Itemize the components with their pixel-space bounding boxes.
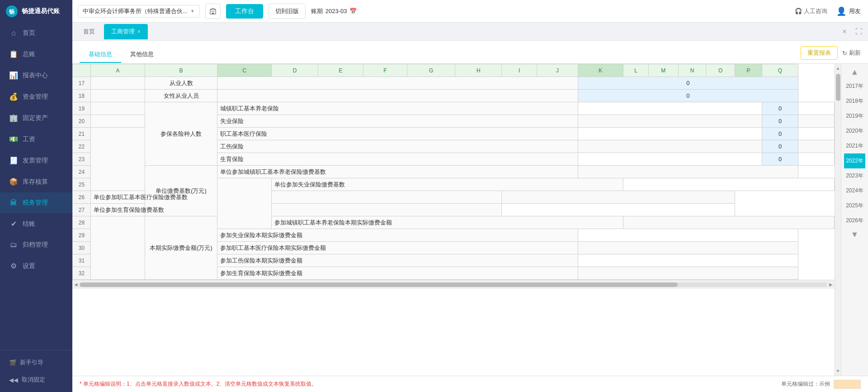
cell-c-30[interactable]: 参加职工基本医疗保险本期实际缴费金额 [217,242,578,254]
cell-a-18[interactable] [91,90,145,102]
cell-a-19[interactable] [91,102,145,115]
cell-q-23[interactable] [798,153,835,166]
year-item[interactable]: 2019年 [844,109,865,124]
cell-c-28[interactable]: 参加城镇职工基本养老保险本期实际缴费金额 [272,216,623,229]
spreadsheet-container[interactable]: A B C D E F G H I J K L M [72,64,835,376]
col-header-e[interactable]: E [318,64,363,77]
col-header-m[interactable]: M [649,64,679,77]
tab-home[interactable]: 首页 [76,24,102,39]
sidebar-item-inventory[interactable]: 📦 库存核算 [0,171,72,192]
cell-c-22[interactable]: 工伤保险 [217,140,578,153]
col-header-l[interactable]: L [623,64,648,77]
cell-b-19[interactable]: 参保各险种人数 [145,102,217,166]
cell-c-23[interactable]: 生育保险 [217,153,578,166]
cell-q-21[interactable] [798,128,835,140]
new-guide-item[interactable]: 🎬 新手引导 [0,354,72,371]
cell-c-26[interactable]: 单位参加职工基本医疗保险缴费基数 [91,191,502,204]
cell-b-17[interactable]: 从业人数 [145,77,217,90]
old-version-button[interactable]: 切到旧版 [269,4,306,19]
cell-rest-29[interactable] [578,229,798,242]
year-item[interactable]: 2017年 [844,79,865,94]
col-header-f[interactable]: F [363,64,407,77]
cell-c-27[interactable]: 单位参加生育保险缴费基数 [91,204,502,216]
col-header-p[interactable]: P [735,64,762,77]
sidebar-item-settings[interactable]: ⚙ 设置 [0,255,72,277]
col-header-j[interactable]: J [537,64,578,77]
unpin-item[interactable]: ◀◀ 取消固定 [0,371,72,388]
cell-q-20[interactable] [798,115,835,128]
cell-c-19[interactable]: 城镇职工基本养老保险 [217,102,578,115]
vertical-scrollbar[interactable]: ▲ ▼ [835,64,841,376]
col-header-d[interactable]: D [272,64,318,77]
company-selector[interactable]: 中审众环会计师事务所（特殊普通合伙... ▼ [78,5,200,18]
v-scroll-thumb[interactable] [836,74,840,101]
scroll-up-btn[interactable]: ▲ [835,64,841,73]
cell-p-19[interactable]: 0 [762,102,798,115]
cell-q-19[interactable] [798,102,835,115]
cell-c-25[interactable]: 单位参加失业保险缴费基数 [272,178,623,191]
cell-rest-24[interactable] [578,166,798,178]
cell-rest-27[interactable] [502,204,735,216]
col-header-h[interactable]: H [455,64,502,77]
cell-p-23[interactable]: 0 [762,153,798,166]
refresh-button[interactable]: ↻ 刷新 [842,49,861,57]
workbench-button[interactable]: 工作台 [226,4,263,19]
col-header-c[interactable]: C [217,64,272,77]
sidebar-item-archive[interactable]: 🗂 归档管理 [0,234,72,255]
year-item[interactable]: 2026年 [844,213,865,228]
year-scroll-down[interactable]: ▼ [849,228,861,241]
reset-report-button[interactable]: 重置报表 [801,46,838,60]
scroll-thumb[interactable] [80,282,678,287]
cell-a-17[interactable] [91,77,145,90]
cell-b-28[interactable]: 本期实际缴费金额(万元) [145,216,217,280]
col-header-g[interactable]: G [407,64,455,77]
cell-q-22[interactable] [798,140,835,153]
sidebar-item-close[interactable]: ✔ 结账 [0,213,72,234]
tab-close-button[interactable]: × [839,26,850,37]
sidebar-item-ledger[interactable]: 📋 总账 [0,43,72,65]
col-header-q[interactable]: Q [762,64,798,77]
tab-close-icon[interactable]: × [137,29,141,35]
service-link[interactable]: 🎧 人工咨询 [795,7,827,15]
year-item[interactable]: 2018年 [844,94,865,109]
cell-k-17[interactable]: 0 [578,77,798,90]
cell-c-32[interactable]: 参加生育保险本期实际缴费金额 [217,267,578,280]
sidebar-item-payroll[interactable]: 💵 工资 [0,129,72,150]
cell-ko-21[interactable] [578,128,762,140]
horizontal-scrollbar[interactable]: ◀ ▶ [72,280,835,289]
year-item[interactable]: 2020年 [844,124,865,139]
cell-b-18[interactable]: 女性从业人员 [145,90,217,102]
sidebar-item-reports[interactable]: 📊 报表中心 [0,65,72,86]
col-header-k[interactable]: K [578,64,623,77]
company-icon-btn[interactable] [205,4,221,19]
cell-c-18[interactable] [217,90,578,102]
cell-a-21[interactable] [91,128,145,191]
cell-ko-23[interactable] [578,153,762,166]
cell-c-31[interactable]: 参加工伤保险本期实际缴费金额 [217,254,578,267]
sidebar-item-home[interactable]: ⌂ 首页 [0,23,72,43]
cell-k-18[interactable]: 0 [578,90,798,102]
scroll-track[interactable] [80,282,827,287]
cell-rest-30[interactable] [578,242,798,254]
calendar-icon[interactable]: 📅 [349,8,357,14]
year-item[interactable]: 2025年 [844,198,865,213]
cell-rest-26[interactable] [502,191,735,204]
cell-rest-31[interactable] [578,254,798,267]
scroll-right-btn[interactable]: ▶ [829,282,833,287]
cell-c-24[interactable]: 单位参加城镇职工基本养老保险缴费基数 [217,166,578,178]
cell-c-20[interactable]: 失业保险 [217,115,578,128]
year-item[interactable]: 2024年 [844,183,865,198]
cell-ko-20[interactable] [578,115,762,128]
sidebar-item-invoice[interactable]: 🧾 发票管理 [0,150,72,171]
col-header-o[interactable]: O [706,64,735,77]
sub-tab-other[interactable]: 其他信息 [121,47,163,63]
sidebar-item-tax[interactable]: 🏛 税务管理 [0,192,72,213]
cell-p-22[interactable]: 0 [762,140,798,153]
cell-a-28[interactable] [91,216,145,280]
cell-ko-22[interactable] [578,140,762,153]
user-area[interactable]: 👤 用友 [836,6,861,16]
year-item[interactable]: 2021年 [844,139,865,153]
cell-c-21[interactable]: 职工基本医疗保险 [217,128,578,140]
v-scroll-track[interactable] [835,73,841,367]
scroll-down-btn[interactable]: ▼ [835,367,841,376]
